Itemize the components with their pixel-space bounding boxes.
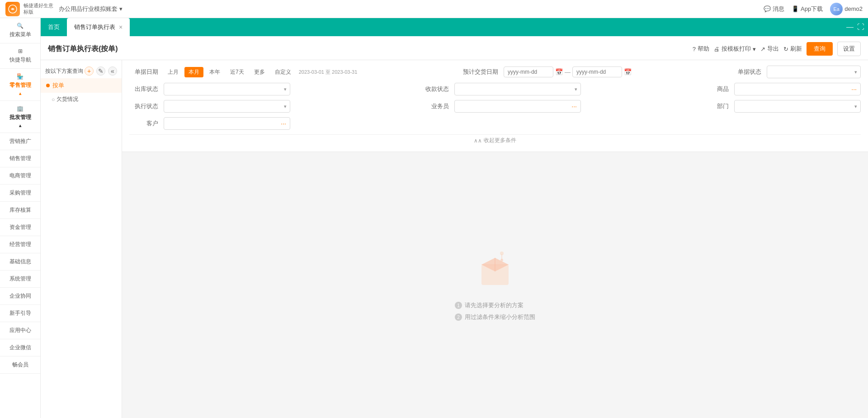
goods-more-icon[interactable]: ···	[851, 86, 857, 93]
collapse-button[interactable]: ∧∧ 收起更多条件	[474, 137, 516, 144]
collapse-row: ∧∧ 收起更多条件	[129, 134, 861, 146]
sidebar-item-retail[interactable]: 🏪 零售管理 ▴	[0, 69, 40, 101]
salesperson-label: 业务员	[420, 102, 449, 110]
plus-icon: +	[87, 67, 91, 75]
date-tabs: 上月 本月 本年 近7天 更多 自定义 2023-03-01 至 2023-03…	[164, 67, 357, 77]
delivery-status-label: 出库状态	[129, 85, 158, 93]
tab-sales-order[interactable]: 销售订单执行表 ×	[67, 18, 130, 36]
collapse-panel-button[interactable]: «	[108, 66, 117, 76]
date-tab-custom[interactable]: 自定义	[271, 67, 295, 77]
page-body: 按以下方案查询 + ✎ «	[41, 60, 868, 418]
left-panel-title: 按以下方案查询	[45, 67, 83, 75]
expected-date-from[interactable]	[504, 66, 553, 77]
add-plan-button[interactable]: +	[85, 66, 94, 76]
delivery-status-select[interactable]	[164, 83, 290, 95]
refresh-button[interactable]: ↻ 刷新	[783, 45, 802, 53]
left-panel: 按以下方案查询 + ✎ «	[41, 60, 122, 418]
sidebar-item-purchase[interactable]: 采购管理	[0, 185, 40, 202]
date-label: 单据日期	[129, 68, 158, 76]
quick-nav-item[interactable]: ⊞ 快捷导航	[0, 43, 40, 69]
settings-button[interactable]: 设置	[837, 42, 861, 56]
salesperson-more-icon[interactable]: ···	[571, 103, 577, 110]
sidebar-item-enterprise[interactable]: 企业协同	[0, 288, 40, 305]
collapse-icon: «	[111, 67, 114, 75]
sidebar-item-operation[interactable]: 经营管理	[0, 236, 40, 253]
export-button[interactable]: ↗ 导出	[760, 45, 779, 53]
search-menu-item[interactable]: 🔍 搜索菜单	[0, 18, 40, 43]
empty-illustration	[472, 249, 518, 294]
department-select[interactable]	[734, 100, 861, 113]
query-button[interactable]: 查询	[807, 42, 833, 56]
calendar-to-icon[interactable]: 📅	[624, 68, 632, 76]
maximize-icon[interactable]: ⛶	[857, 23, 864, 31]
filter-row-1: 单据日期 上月 本月 本年 近7天 更多 自定义 2023-03-01 至 20…	[129, 66, 861, 78]
calendar-from-icon[interactable]: 📅	[555, 68, 563, 76]
sidebar-item-system[interactable]: 系统管理	[0, 271, 40, 288]
top-right: 💬 消息 📱 App下载 Ea demo2	[764, 3, 863, 15]
filter-row-2: 出库状态 收款状态	[129, 83, 861, 95]
date-tab-this-year[interactable]: 本年	[205, 67, 224, 77]
minimize-icon[interactable]: —	[846, 23, 854, 31]
edit-icon: ✎	[98, 67, 104, 75]
sidebar-item-wholesale[interactable]: 🏢 批发管理 ▴	[0, 101, 40, 133]
page-header: 销售订单执行表(按单) ? 帮助 🖨 按模板打印 ▾ ↗ 导出	[41, 36, 868, 60]
industry-selector[interactable]: 办公用品行业模拟账套 ▾	[59, 5, 123, 13]
sidebar-item-finance[interactable]: 资金管理	[0, 219, 40, 236]
top-center: 办公用品行业模拟账套 ▾	[53, 5, 764, 13]
sidebar-item-wechat[interactable]: 企业微信	[0, 339, 40, 356]
chevron-down-icon: ▴	[19, 123, 21, 128]
execution-status-wrapper	[164, 100, 290, 113]
message-icon: 💬	[764, 5, 771, 12]
help-button[interactable]: ? 帮助	[693, 45, 709, 53]
payment-status-select[interactable]	[454, 83, 581, 95]
sidebar-item-sales[interactable]: 销售管理	[0, 150, 40, 167]
tab-close-icon[interactable]: ×	[119, 24, 123, 31]
tab-bar-right: — ⛶	[846, 23, 868, 31]
logo-icon	[5, 2, 20, 16]
goods-field[interactable]: ···	[734, 83, 861, 95]
empty-tips: 1 请先选择要分析的方案 2 用过滤条件来缩小分析范围	[455, 301, 535, 321]
sidebar-item-guide[interactable]: 新手引导	[0, 305, 40, 322]
logo-text: 畅捷通好生意 标版	[24, 3, 53, 14]
tab-home[interactable]: 首页	[41, 18, 67, 36]
edit-plan-button[interactable]: ✎	[96, 66, 105, 76]
plan-item-backorder[interactable]: ○ 欠货情况	[41, 93, 122, 106]
industry-label: 办公用品行业模拟账套	[59, 5, 118, 13]
sidebar-item-member[interactable]: 畅会员	[0, 356, 40, 374]
app-download-button[interactable]: 📱 App下载	[792, 5, 823, 13]
user-menu[interactable]: Ea demo2	[830, 3, 863, 15]
sidebar-item-ecommerce[interactable]: 电商管理	[0, 167, 40, 185]
salesperson-field[interactable]: ···	[454, 100, 581, 113]
sidebar-item-inventory[interactable]: 库存核算	[0, 202, 40, 219]
plan-item-by-order[interactable]: 按单	[41, 78, 122, 93]
print-button[interactable]: 🖨 按模板打印 ▾	[714, 45, 756, 53]
status-select[interactable]	[767, 66, 861, 78]
date-tab-7days[interactable]: 近7天	[226, 67, 248, 77]
payment-status-wrapper	[454, 83, 581, 95]
customer-more-icon[interactable]: ···	[281, 120, 286, 127]
sidebar-item-basic[interactable]: 基础信息	[0, 253, 40, 271]
page-header-actions: ? 帮助 🖨 按模板打印 ▾ ↗ 导出 ↻ 刷新	[693, 42, 861, 56]
department-label: 部门	[711, 102, 729, 110]
main-layout: 🔍 搜索菜单 ⊞ 快捷导航 🏪 零售管理 ▴ 🏢 批发管理 ▴ 营销推广 销售管…	[0, 18, 868, 418]
customer-field[interactable]: ···	[164, 117, 290, 130]
empty-tip-1: 1 请先选择要分析的方案	[455, 301, 535, 309]
svg-point-7	[500, 252, 504, 255]
tab-bar: 首页 销售订单执行表 × — ⛶	[41, 18, 868, 36]
page-full: 销售订单执行表(按单) ? 帮助 🖨 按模板打印 ▾ ↗ 导出	[41, 36, 868, 418]
sidebar-item-marketing[interactable]: 营销推广	[0, 133, 40, 150]
date-tab-this-month[interactable]: 本月	[184, 67, 203, 77]
expected-date-to[interactable]	[572, 66, 622, 77]
date-tab-last-month[interactable]: 上月	[164, 67, 183, 77]
right-panel: 单据日期 上月 本月 本年 近7天 更多 自定义 2023-03-01 至 20…	[122, 60, 868, 418]
wholesale-icon: 🏢	[17, 105, 24, 112]
help-icon: ?	[693, 46, 696, 52]
date-tab-more[interactable]: 更多	[250, 67, 269, 77]
filter-row-4: 客户 ···	[129, 117, 861, 130]
sidebar-item-app[interactable]: 应用中心	[0, 322, 40, 339]
execution-status-select[interactable]	[164, 100, 290, 113]
status-label: 单据状态	[736, 68, 761, 76]
execution-status-label: 执行状态	[129, 102, 158, 110]
department-wrapper	[734, 100, 861, 113]
message-button[interactable]: 💬 消息	[764, 5, 784, 13]
